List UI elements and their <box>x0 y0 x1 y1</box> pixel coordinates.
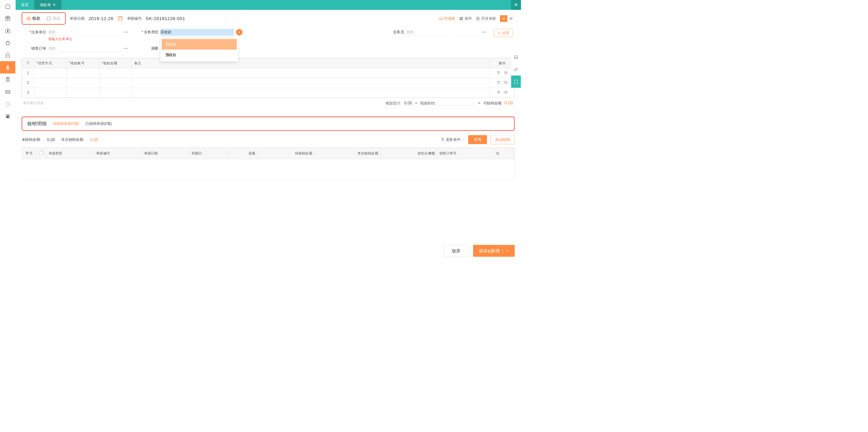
receipt-type-radio-group: 收款 退款 <box>22 12 66 25</box>
vcol-pending: 待核销金额 <box>258 148 314 159</box>
verify-table: 序号 单据类型 单据编号 单据日期 到期日 金额 待核销金额 本次核销金额 折扣… <box>22 148 515 180</box>
radio-tuikuan[interactable]: 退款 <box>47 16 60 21</box>
add-icon[interactable] <box>504 81 508 85</box>
date-value[interactable]: 2019-12-26 <box>88 16 114 21</box>
biz-opt-advance[interactable]: 预收款 <box>162 50 237 60</box>
table-row[interactable]: 1 <box>22 68 515 78</box>
biz-label: 业务类型 <box>136 30 158 35</box>
gear-icon <box>26 61 30 65</box>
view-toggle <box>500 15 515 22</box>
docno-value: SK-20191226-001 <box>146 16 185 21</box>
radio-checked-icon <box>27 16 31 20</box>
col-amount: 收款金额 <box>100 58 132 68</box>
salesman-more-icon[interactable]: ••• <box>482 30 486 35</box>
cancel-button[interactable]: 放弃 <box>443 245 469 257</box>
tabs-close-all[interactable]: ✕ <box>511 0 521 10</box>
equals-sign: = <box>478 101 480 105</box>
field-biz: 业务类型 应收款 预收款 <box>136 29 242 36</box>
order-input[interactable] <box>48 45 122 52</box>
sidebar-clipboard[interactable] <box>0 73 15 86</box>
details-table: 结算方式 收款账号 收款金额 备注 操作 1 <box>22 58 515 98</box>
toolbar-right: 快捷键 操作 历史单据 <box>439 15 515 22</box>
sidebar-new[interactable]: 新 <box>0 110 15 122</box>
toolbar: 收款 退款 单据日期 2019-12-26 单据编号 SK-20191226-0… <box>16 10 521 27</box>
unit-error: 请输入往来单位 <box>48 36 72 41</box>
verifiable-value: 0.00 <box>504 100 513 106</box>
save-button[interactable]: 保存&新增 | <box>473 245 515 257</box>
view-list[interactable] <box>500 15 507 22</box>
rail-expand[interactable] <box>511 76 521 88</box>
footer: 放弃 保存&新增 | <box>16 242 521 259</box>
rail-inbox[interactable] <box>511 51 521 63</box>
salesman-input[interactable] <box>406 29 480 36</box>
history-link[interactable]: 历史单据 <box>476 16 496 21</box>
unverified-value: 0.00 <box>47 137 55 142</box>
sidebar-id-card[interactable] <box>0 86 15 98</box>
tab-receipt[interactable]: 收款单 ✕ <box>34 0 62 10</box>
docno-label: 单据编号 <box>127 16 142 21</box>
col-account: 收款账号 <box>67 58 100 68</box>
query-button[interactable]: 查询 <box>468 135 487 144</box>
sidebar-house-dollar[interactable]: $ <box>0 24 15 37</box>
radio-tuikuan-label: 退款 <box>52 16 60 21</box>
shortcut-link[interactable]: 快捷键 <box>439 16 455 21</box>
table-row[interactable]: 2 <box>22 78 515 88</box>
biz-opt-receivable[interactable]: 应收款 <box>162 39 237 50</box>
thistime-label: 本次核销金额: <box>61 137 84 142</box>
biz-dropdown: 应收款 预收款 <box>160 38 238 62</box>
verify-tab-done[interactable]: 已核销单据(0笔) <box>85 121 112 126</box>
discount-input[interactable] <box>438 101 475 105</box>
setting-button[interactable]: 设置 <box>494 29 513 37</box>
add-icon[interactable] <box>504 90 508 95</box>
sidebar-home[interactable] <box>0 0 15 12</box>
filter-icon <box>441 138 445 142</box>
order-more-icon[interactable]: ••• <box>124 46 128 51</box>
grid-icon <box>459 16 463 20</box>
keyboard-icon <box>439 16 443 20</box>
svg-point-6 <box>6 102 10 106</box>
sidebar-bag[interactable] <box>0 37 15 49</box>
tabs-bar: 首页 收款单 ✕ ✕ <box>16 0 521 10</box>
vcol-due: 到期日 <box>190 148 228 159</box>
table-row[interactable]: 3 <box>22 88 515 98</box>
biz-input[interactable] <box>160 29 234 36</box>
history-icon <box>476 16 480 20</box>
radio-shoukuan[interactable]: 收款 <box>27 16 41 21</box>
auto-verify-button[interactable]: 自动核销 <box>491 135 515 145</box>
sidebar-gift[interactable] <box>0 12 15 24</box>
view-card[interactable] <box>507 15 515 22</box>
calendar-icon[interactable] <box>118 15 123 21</box>
sidebar-building[interactable] <box>0 49 15 61</box>
sidebar-money-bag[interactable]: ¥ <box>0 61 15 73</box>
delete-icon[interactable] <box>497 90 500 95</box>
sidebar-refresh[interactable] <box>0 98 15 110</box>
vcol-idx: 序号 <box>22 148 36 159</box>
more-filter[interactable]: 更多条件 <box>441 137 465 142</box>
radio-unchecked-icon <box>47 16 51 20</box>
unit-input[interactable] <box>48 29 122 36</box>
svg-rect-13 <box>460 19 461 20</box>
biz-chevron-up-icon[interactable] <box>236 29 242 35</box>
field-order: 销售订单 ••• <box>24 45 128 52</box>
remarks-input[interactable] <box>23 101 84 105</box>
delete-icon[interactable] <box>497 71 500 76</box>
svg-rect-9 <box>118 17 122 20</box>
chevron-down-icon <box>506 249 509 252</box>
select-all-checkbox[interactable] <box>39 151 44 155</box>
operate-link[interactable]: 操作 <box>459 16 472 21</box>
tab-close-icon[interactable]: ✕ <box>53 3 56 7</box>
col-gear[interactable] <box>22 58 34 68</box>
unit-more-icon[interactable]: ••• <box>124 30 128 35</box>
delete-icon[interactable] <box>497 81 500 85</box>
col-settle: 结算方式 <box>34 58 67 68</box>
radio-shoukuan-label: 收款 <box>32 16 40 21</box>
svg-text:$: $ <box>7 30 8 32</box>
svg-point-20 <box>499 33 500 34</box>
rail-link[interactable] <box>511 63 521 76</box>
svg-rect-19 <box>511 19 512 19</box>
verify-tab-pending[interactable]: 待核销单据(0笔) <box>53 121 79 126</box>
add-icon[interactable] <box>504 71 508 76</box>
thistime-value: 0.00 <box>90 137 98 142</box>
tab-home[interactable]: 首页 <box>16 0 34 10</box>
gear-icon <box>497 31 501 35</box>
